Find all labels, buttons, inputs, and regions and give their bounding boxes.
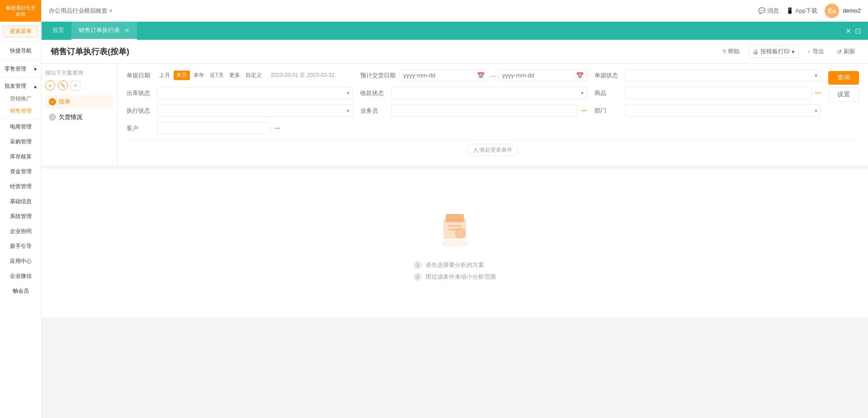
svg-rect-2 — [446, 214, 464, 222]
page-content: 销售订单执行表(按单) ? 帮助 🖨 按模板打印 ▾ ↑ 导出 ↺ 刷新 — [42, 40, 868, 418]
collapse-panel-button[interactable]: « — [71, 81, 80, 90]
order-status-select-wrapper — [625, 69, 821, 81]
page-header-actions: ? 帮助 🖨 按模板打印 ▾ ↑ 导出 ↺ 刷新 — [719, 45, 859, 63]
sidebar-wholesale-group: 批发管理 ▴ 营销推广 销售管理 — [0, 78, 41, 119]
field-delivery-status: 出库状态 — [127, 87, 353, 99]
goods-dots-button[interactable]: ··· — [815, 89, 821, 97]
message-button[interactable]: 💬 消息 — [758, 7, 779, 15]
date-tab-this-year[interactable]: 本年 — [192, 71, 206, 80]
tab-close-icon[interactable]: ✕ — [124, 27, 130, 34]
date-tab-custom[interactable]: 自定义 — [244, 71, 264, 80]
filter-left-title: 按以下方案查询 — [45, 69, 113, 77]
sidebar-item-quick-nav[interactable]: 快捷导航 — [3, 43, 38, 58]
order-status-select[interactable] — [625, 69, 821, 81]
scheme-label: 欠货情况 — [59, 113, 82, 121]
svg-text:?: ? — [458, 230, 461, 237]
sidebar-item-vip[interactable]: 畅会员 — [0, 284, 41, 299]
window-controls: ✕ ⊡ — [845, 22, 864, 40]
sidebar-item-base[interactable]: 基础信息 — [0, 194, 41, 209]
add-scheme-button[interactable]: + — [45, 81, 55, 90]
user-profile[interactable]: Ea demo2 — [825, 4, 861, 18]
date-tab-last-month[interactable]: 上月 — [157, 71, 172, 80]
customer-dots-button[interactable]: ··· — [274, 124, 280, 133]
date-tab-this-month[interactable]: 本月 — [174, 71, 190, 80]
page-title: 销售订单执行表(按单) — [51, 46, 129, 62]
sidebar-sub-item-marketing[interactable]: 营销推广 — [0, 93, 41, 105]
tab-home[interactable]: 首页 — [45, 22, 71, 40]
step-2-number: 2 — [414, 273, 422, 281]
sidebar-item-wholesale[interactable]: 批发管理 ▴ — [0, 80, 41, 93]
step-2-text: 用过滤条件来缩小分析范围 — [425, 273, 496, 281]
sidebar-item-enterprise[interactable]: 企业协同 — [0, 224, 41, 239]
sidebar-item-system[interactable]: 系统管理 — [0, 209, 41, 224]
date-range-display: 2023-03-01 至 2023-03-31 — [271, 71, 335, 79]
window-close-icon[interactable]: ✕ — [845, 27, 851, 35]
export-button[interactable]: ↑ 导出 — [804, 46, 828, 57]
filter-layout: 按以下方案查询 + ✎ « ✓ 按单 ○ 欠货情况 — [42, 64, 868, 165]
help-button[interactable]: ? 帮助 — [719, 46, 743, 57]
collapse-more-button[interactable]: ⋀ 收起更多条件 — [467, 144, 518, 156]
field-expected-date: 预计交货日期 📅 — — [360, 69, 587, 81]
refresh-button[interactable]: ↺ 刷新 — [833, 46, 859, 57]
sidebar-item-purchase[interactable]: 采购管理 — [0, 134, 41, 149]
step-1-number: 1 — [414, 261, 422, 269]
field-date: 单据日期 上月 本月 本年 近7天 更多 自定义 — [127, 71, 353, 80]
payment-status-wrapper — [391, 87, 587, 99]
dept-wrapper — [625, 104, 821, 117]
collapse-icon: ⋀ — [473, 147, 478, 153]
scheme-item-欠货情况[interactable]: ○ 欠货情况 — [45, 110, 113, 124]
search-menu-button[interactable]: 搜索菜单 — [3, 25, 38, 38]
scheme-active-icon: ✓ — [49, 98, 56, 105]
payment-status-label: 收款状态 — [360, 89, 387, 97]
sidebar-item-finance[interactable]: 资金管理 — [0, 164, 41, 179]
sidebar-sub-item-sales[interactable]: 销售管理 — [0, 105, 41, 117]
sidebar-item-retail[interactable]: 零售管理 ▾ — [0, 62, 41, 76]
expected-date-end-wrapper: 📅 — [498, 69, 587, 81]
date-label: 单据日期 — [127, 71, 154, 80]
print-dropdown-icon[interactable]: ▾ — [792, 48, 795, 55]
salesperson-dots-button[interactable]: ··· — [581, 107, 587, 115]
dept-select[interactable] — [625, 104, 821, 117]
tab-sales-order[interactable]: 销售订单执行表 ✕ — [71, 22, 137, 40]
delivery-status-select[interactable] — [157, 87, 353, 99]
goods-input[interactable] — [625, 87, 811, 99]
sidebar-item-app-center[interactable]: 应用中心 — [0, 254, 41, 269]
payment-status-select[interactable] — [391, 87, 587, 99]
svg-point-0 — [441, 240, 468, 247]
settings-button[interactable]: 设置 — [828, 87, 859, 102]
filter-conditions: 单据日期 上月 本月 本年 近7天 更多 自定义 — [127, 69, 821, 140]
filter-buttons: 查询 设置 — [821, 69, 859, 102]
date-tab-last7[interactable]: 近7天 — [208, 71, 226, 80]
svg-rect-3 — [448, 225, 462, 227]
scheme-item-按单[interactable]: ✓ 按单 — [45, 95, 113, 109]
sidebar-item-ecommerce[interactable]: 电商管理 — [0, 119, 41, 134]
sidebar-item-inventory[interactable]: 库存核算 — [0, 149, 41, 164]
sidebar-item-label: 快捷导航 — [10, 47, 32, 55]
topbar-dropdown-icon[interactable]: ▾ — [109, 8, 112, 14]
empty-step-1: 1 请先选择要分析的方案 — [414, 261, 496, 269]
delivery-status-label: 出库状态 — [127, 89, 154, 97]
sidebar-item-operations[interactable]: 经营管理 — [0, 179, 41, 194]
window-maximize-icon[interactable]: ⊡ — [855, 27, 861, 35]
avatar: Ea — [825, 4, 839, 18]
scheme-inactive-icon: ○ — [49, 114, 56, 121]
print-button[interactable]: 🖨 按模板打印 ▾ — [749, 45, 799, 58]
field-customer: 客户 ··· — [127, 122, 280, 134]
expected-date-start-input[interactable] — [399, 69, 488, 81]
exec-status-wrapper — [157, 104, 353, 117]
sidebar-item-newbie[interactable]: 新手引导 — [0, 239, 41, 254]
query-button[interactable]: 查询 — [828, 71, 859, 85]
customer-input[interactable] — [157, 122, 271, 134]
expected-date-end-input[interactable] — [498, 69, 587, 81]
edit-scheme-button[interactable]: ✎ — [58, 81, 68, 90]
sidebar-item-enterprise-wechat[interactable]: 企业微信 — [0, 269, 41, 284]
date-tab-more[interactable]: 更多 — [227, 71, 242, 80]
date-separator: — — [490, 72, 496, 79]
app-download-button[interactable]: 📱 App下载 — [786, 7, 817, 15]
chevron-up-icon: ▴ — [34, 83, 37, 90]
chevron-down-icon: ▾ — [34, 66, 37, 72]
tab-home-label: 首页 — [52, 26, 64, 34]
empty-step-2: 2 用过滤条件来缩小分析范围 — [414, 273, 496, 281]
exec-status-select[interactable] — [157, 104, 353, 117]
salesperson-input[interactable] — [391, 104, 577, 117]
